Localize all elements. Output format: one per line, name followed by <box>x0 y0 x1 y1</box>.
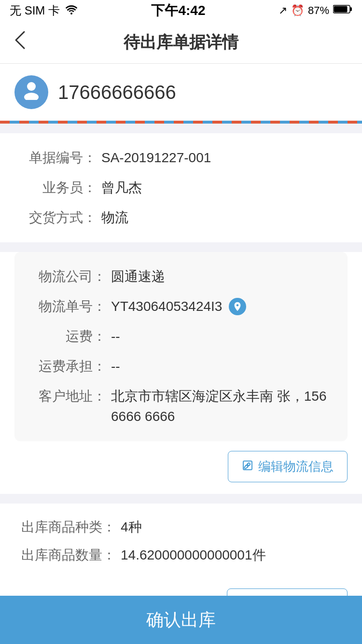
phone-section: 17666666666 <box>0 64 362 121</box>
nav-bar: 待出库单据详情 <box>0 21 362 64</box>
confirm-button-label: 确认出库 <box>146 608 216 632</box>
logistics-company-value: 圆通速递 <box>111 266 333 287</box>
goods-type-value: 4种 <box>121 518 142 536</box>
edit-logistics-button[interactable]: 编辑物流信息 <box>228 451 348 482</box>
section-separator-1 <box>0 494 362 504</box>
delivery-label: 交货方式： <box>19 208 97 228</box>
logistics-tracking-row: 物流单号： YT43064053424I3 <box>29 296 333 317</box>
address-label: 客户地址： <box>29 386 106 406</box>
logistics-tracking-value: YT43064053424I3 <box>111 296 333 317</box>
freight-row: 运费： -- <box>29 326 333 347</box>
goods-section: 出库商品种类： 4种 出库商品数量： 14.620000000000001件 <box>0 504 362 579</box>
status-right: ↗ ⏰ 87% <box>278 4 352 17</box>
dashed-divider <box>0 121 362 124</box>
freight-bearer-value: -- <box>111 356 333 377</box>
svg-point-4 <box>24 93 39 100</box>
address-value: 北京市市辖区海淀区永丰南 张，156 6666 6666 <box>111 386 333 427</box>
svg-point-3 <box>27 82 36 91</box>
delivery-value: 物流 <box>101 208 343 228</box>
address-row: 客户地址： 北京市市辖区海淀区永丰南 张，156 6666 6666 <box>29 386 333 427</box>
confirm-button[interactable]: 确认出库 <box>0 596 362 644</box>
delivery-row: 交货方式： 物流 <box>19 208 343 228</box>
freight-bearer-label: 运费承担： <box>29 356 106 377</box>
goods-quantity-value: 14.620000000000001件 <box>121 546 266 564</box>
alarm-icon: ⏰ <box>291 4 304 17</box>
status-left: 无 SIM 卡 <box>10 3 78 18</box>
goods-quantity-row: 出库商品数量： 14.620000000000001件 <box>19 546 343 564</box>
goods-quantity-label: 出库商品数量： <box>19 546 116 564</box>
battery-icon <box>333 4 352 17</box>
document-number-label: 单据编号： <box>19 148 97 168</box>
person-icon <box>21 80 42 105</box>
document-info-section: 单据编号： SA-20191227-001 业务员： 曾凡杰 交货方式： 物流 <box>0 133 362 242</box>
document-number-value: SA-20191227-001 <box>101 148 343 168</box>
wifi-icon <box>65 4 78 17</box>
agent-row: 业务员： 曾凡杰 <box>19 178 343 198</box>
goods-type-row: 出库商品种类： 4种 <box>19 518 343 536</box>
agent-label: 业务员： <box>19 178 97 198</box>
svg-rect-2 <box>334 6 347 13</box>
logistics-company-row: 物流公司： 圆通速递 <box>29 266 333 287</box>
edit-btn-row: 编辑物流信息 <box>0 441 362 494</box>
status-bar: 无 SIM 卡 下午4:42 ↗ ⏰ 87% <box>0 0 362 21</box>
svg-rect-1 <box>350 7 352 11</box>
document-number-row: 单据编号： SA-20191227-001 <box>19 148 343 168</box>
status-time: 下午4:42 <box>151 1 205 20</box>
logistics-card: 物流公司： 圆通速递 物流单号： YT43064053424I3 运费： -- … <box>14 252 348 441</box>
location-status-icon: ↗ <box>278 4 287 17</box>
freight-value: -- <box>111 326 333 347</box>
tracking-location-icon[interactable] <box>229 298 246 315</box>
freight-bearer-row: 运费承担： -- <box>29 356 333 377</box>
customer-phone: 17666666666 <box>58 82 176 103</box>
goods-type-label: 出库商品种类： <box>19 518 116 536</box>
logistics-tracking-label: 物流单号： <box>29 296 106 317</box>
avatar <box>14 75 48 109</box>
back-button[interactable] <box>14 31 25 54</box>
logistics-company-label: 物流公司： <box>29 266 106 287</box>
edit-logistics-label: 编辑物流信息 <box>258 458 334 475</box>
freight-label: 运费： <box>29 326 106 347</box>
edit-icon <box>242 460 253 474</box>
page-title: 待出库单据详情 <box>124 31 238 54</box>
sim-label: 无 SIM 卡 <box>10 3 60 18</box>
battery-label: 87% <box>308 4 329 17</box>
agent-value: 曾凡杰 <box>101 178 343 198</box>
